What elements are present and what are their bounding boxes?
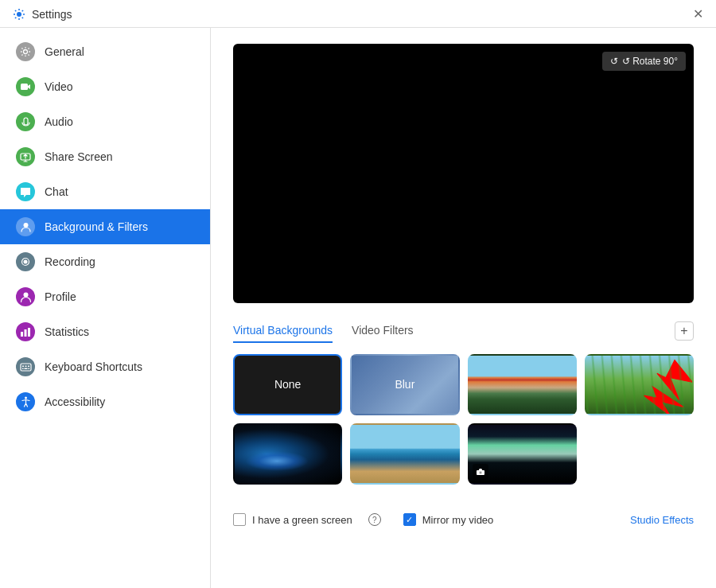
sidebar-item-share-screen[interactable]: Share Screen — [0, 139, 210, 174]
svg-rect-13 — [25, 365, 26, 367]
sidebar-item-statistics[interactable]: Statistics — [0, 314, 210, 349]
sidebar-item-audio[interactable]: Audio — [0, 104, 210, 139]
svg-point-6 — [24, 260, 28, 264]
sidebar-item-accessibility[interactable]: Accessibility — [0, 384, 210, 419]
background-palm[interactable] — [350, 423, 459, 485]
sidebar-label-share-screen: Share Screen — [45, 150, 113, 163]
titlebar: Settings ✕ — [0, 0, 716, 28]
tab-video-filters[interactable]: Video Filters — [352, 319, 414, 343]
add-background-button[interactable]: + — [675, 321, 694, 341]
svg-marker-20 — [644, 387, 683, 415]
sidebar-label-general: General — [45, 45, 84, 58]
red-arrows-svg — [586, 356, 692, 415]
video-icon — [16, 77, 35, 96]
main-layout: General Video Audio Share Screen Chat — [0, 28, 716, 588]
content-area: ↺ ↺ Rotate 90° Virtual Backgrounds Video… — [211, 28, 716, 588]
background-icon — [16, 217, 35, 236]
studio-effects-button[interactable]: Studio Effects — [630, 514, 694, 526]
green-screen-label: I have a green screen — [252, 514, 352, 526]
sidebar-label-video: Video — [45, 80, 73, 93]
svg-rect-16 — [24, 368, 27, 369]
sidebar-label-audio: Audio — [45, 115, 73, 128]
sidebar-item-keyboard-shortcuts[interactable]: Keyboard Shortcuts — [0, 349, 210, 384]
svg-point-1 — [24, 50, 28, 54]
svg-rect-15 — [22, 368, 24, 369]
sidebar-item-chat[interactable]: Chat — [0, 174, 210, 209]
chat-icon — [16, 182, 35, 201]
close-button[interactable]: ✕ — [693, 8, 703, 21]
tabs-row: Virtual Backgrounds Video Filters + — [233, 319, 694, 343]
mirror-video-label: Mirror my video — [422, 514, 494, 526]
background-none[interactable]: None — [233, 354, 342, 415]
svg-rect-17 — [28, 368, 29, 369]
backgrounds-grid: None Blur — [233, 354, 694, 485]
background-earth[interactable] — [233, 423, 342, 485]
background-aurora[interactable] — [468, 423, 577, 485]
svg-rect-14 — [28, 365, 29, 367]
rotate-button[interactable]: ↺ ↺ Rotate 90° — [602, 52, 686, 71]
sidebar-label-statistics: Statistics — [45, 325, 89, 338]
none-label: None — [274, 378, 301, 391]
accessibility-icon — [16, 392, 35, 411]
svg-point-4 — [23, 223, 28, 228]
sidebar-label-accessibility: Accessibility — [45, 395, 105, 408]
sidebar-item-profile[interactable]: Profile — [0, 279, 210, 314]
sidebar-label-recording: Recording — [45, 255, 95, 268]
svg-rect-2 — [21, 84, 28, 90]
settings-app-icon — [13, 8, 25, 21]
share-screen-icon — [16, 147, 35, 166]
sidebar-label-chat: Chat — [45, 185, 68, 198]
sidebar: General Video Audio Share Screen Chat — [0, 28, 211, 588]
rotate-label: ↺ Rotate 90° — [622, 56, 678, 67]
sidebar-item-recording[interactable]: Recording — [0, 244, 210, 279]
mirror-video-checkbox[interactable]: ✓ — [403, 513, 416, 526]
svg-rect-9 — [25, 329, 27, 337]
recording-icon — [16, 252, 35, 271]
green-screen-control[interactable]: I have a green screen — [233, 513, 352, 526]
sidebar-label-profile: Profile — [45, 290, 76, 303]
video-preview: ↺ ↺ Rotate 90° — [233, 44, 694, 303]
svg-marker-19 — [657, 360, 692, 399]
green-screen-help-icon[interactable]: ? — [368, 513, 381, 526]
rotate-icon: ↺ — [610, 56, 618, 67]
background-golden-gate[interactable] — [468, 354, 577, 415]
svg-rect-8 — [21, 332, 23, 337]
sidebar-label-background-filters: Background & Filters — [45, 220, 148, 233]
titlebar-left: Settings — [13, 8, 72, 21]
svg-point-18 — [25, 397, 27, 399]
keyboard-icon — [16, 357, 35, 376]
audio-icon — [16, 112, 35, 131]
statistics-icon — [16, 322, 35, 341]
svg-point-22 — [479, 471, 482, 474]
tab-virtual-backgrounds[interactable]: Virtual Backgrounds — [233, 319, 333, 343]
svg-rect-10 — [28, 328, 30, 337]
sidebar-label-keyboard-shortcuts: Keyboard Shortcuts — [45, 360, 142, 373]
profile-icon — [16, 287, 35, 306]
svg-point-7 — [23, 293, 28, 298]
background-grass[interactable] — [585, 354, 694, 415]
svg-rect-12 — [22, 365, 24, 367]
mirror-video-control[interactable]: ✓ Mirror my video — [403, 513, 494, 526]
bottom-controls: I have a green screen ? ✓ Mirror my vide… — [233, 500, 694, 532]
general-icon — [16, 42, 35, 61]
blur-label: Blur — [395, 378, 414, 391]
sidebar-item-background-filters[interactable]: Background & Filters — [0, 209, 210, 244]
background-blur[interactable]: Blur — [350, 354, 459, 415]
sidebar-item-general[interactable]: General — [0, 34, 210, 69]
svg-rect-11 — [21, 364, 31, 371]
aurora-camera-icon — [473, 464, 488, 480]
sidebar-item-video[interactable]: Video — [0, 69, 210, 104]
green-screen-checkbox[interactable] — [233, 513, 246, 526]
window-title: Settings — [32, 8, 72, 21]
svg-point-0 — [17, 12, 21, 17]
